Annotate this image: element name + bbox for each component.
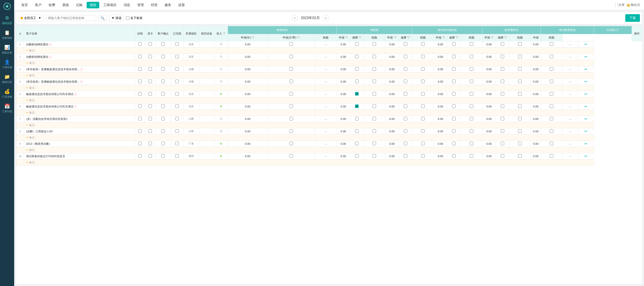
annual-report-cell[interactable] <box>267 103 315 110</box>
clear-card-checkbox[interactable] <box>148 129 152 133</box>
vat-pay-checkbox[interactable] <box>373 142 376 145</box>
annual-report-checkbox[interactable] <box>289 92 293 96</box>
confirm-checkbox[interactable] <box>161 154 165 158</box>
edu-pay-cell[interactable] <box>461 79 482 85</box>
stamp-declare-cell[interactable] <box>541 103 562 110</box>
copy-tax-checkbox[interactable] <box>138 42 142 46</box>
nav-billing[interactable]: 收费 <box>46 2 58 8</box>
vat-pay-checkbox[interactable] <box>373 129 376 133</box>
edu-declare-checkbox[interactable] <box>452 117 456 120</box>
copy-tax-cell[interactable] <box>135 116 145 122</box>
local-declare-cell[interactable] <box>496 103 509 110</box>
paid-tax-cell[interactable] <box>171 91 183 97</box>
edu-declare-cell[interactable] <box>447 128 461 135</box>
vat-declare-checkbox[interactable] <box>355 42 359 46</box>
edit-cell[interactable]: ✏ <box>578 91 594 97</box>
local-pay-cell[interactable] <box>509 153 531 159</box>
clear-card-cell[interactable] <box>145 141 155 147</box>
vat-pay-checkbox[interactable] <box>373 55 376 58</box>
city-pay-checkbox[interactable] <box>421 92 425 96</box>
stamp-declare-cell[interactable] <box>541 54 562 60</box>
edu-declare-cell[interactable] <box>447 66 461 73</box>
local-declare-checkbox[interactable] <box>501 80 504 83</box>
stamp-declare-cell[interactable] <box>541 41 562 48</box>
edit-icon[interactable]: ✏ <box>584 80 588 84</box>
stamp-declare-checkbox[interactable] <box>550 117 553 120</box>
copy-tax-cell[interactable] <box>135 41 145 48</box>
city-declare-checkbox[interactable] <box>404 142 407 145</box>
confirm-cell[interactable] <box>155 128 171 135</box>
paid-tax-checkbox[interactable] <box>175 129 179 133</box>
copy-tax-checkbox[interactable] <box>138 154 142 158</box>
city-declare-checkbox[interactable] <box>404 67 407 71</box>
confirm-checkbox[interactable] <box>161 80 165 83</box>
paid-tax-checkbox[interactable] <box>175 55 179 58</box>
clear-card-checkbox[interactable] <box>148 80 152 83</box>
confirm-checkbox[interactable] <box>161 55 165 58</box>
stamp-declare-cell[interactable] <box>541 91 562 97</box>
stamp-declare-checkbox[interactable] <box>550 104 553 108</box>
city-pay-cell[interactable] <box>412 141 434 147</box>
annual-report-cell[interactable] <box>267 116 315 122</box>
edit-icon[interactable]: ✏ <box>584 67 588 71</box>
edu-pay-cell[interactable] <box>461 66 482 73</box>
edu-declare-checkbox[interactable] <box>452 80 456 83</box>
city-declare-cell[interactable] <box>399 103 412 110</box>
paid-tax-cell[interactable] <box>171 103 183 110</box>
local-pay-checkbox[interactable] <box>518 67 522 71</box>
annual-report-cell[interactable] <box>267 79 315 85</box>
confirm-checkbox[interactable] <box>161 104 165 108</box>
edu-pay-checkbox[interactable] <box>470 104 473 108</box>
clear-card-cell[interactable] <box>145 116 155 122</box>
paid-tax-cell[interactable] <box>171 54 183 60</box>
local-pay-checkbox[interactable] <box>518 42 522 46</box>
paid-tax-checkbox[interactable] <box>175 142 179 145</box>
confirm-cell[interactable] <box>155 79 171 85</box>
annual-report-cell[interactable] <box>267 153 315 159</box>
local-pay-checkbox[interactable] <box>518 129 522 133</box>
edit-icon[interactable]: ✏ <box>584 117 588 121</box>
paid-tax-cell[interactable] <box>171 41 183 48</box>
copy-tax-checkbox[interactable] <box>138 55 142 58</box>
edu-pay-cell[interactable] <box>461 153 482 159</box>
paid-tax-checkbox[interactable] <box>175 42 179 46</box>
paid-tax-cell[interactable] <box>171 153 183 159</box>
named-list-checkbox-label[interactable]: 名下标表 <box>126 16 143 20</box>
confirm-checkbox[interactable] <box>161 92 165 96</box>
annual-report-cell[interactable] <box>267 91 315 97</box>
annual-report-checkbox[interactable] <box>289 104 293 108</box>
paid-tax-checkbox[interactable] <box>175 117 179 120</box>
vat-declare-cell[interactable] <box>350 141 363 147</box>
clear-card-cell[interactable] <box>145 91 155 97</box>
edu-pay-cell[interactable] <box>461 91 482 97</box>
paid-tax-checkbox[interactable] <box>175 67 179 71</box>
local-pay-checkbox[interactable] <box>518 117 522 120</box>
copy-tax-cell[interactable] <box>135 54 145 60</box>
download-button[interactable]: 下载 <box>625 14 640 22</box>
nav-manage[interactable]: 管理 <box>134 2 147 8</box>
edit-cell[interactable]: ✏ <box>578 153 594 159</box>
vat-pay-checkbox[interactable] <box>373 42 376 46</box>
clear-card-cell[interactable] <box>145 153 155 159</box>
local-declare-checkbox[interactable] <box>501 117 504 120</box>
city-declare-checkbox[interactable] <box>404 154 407 158</box>
sidebar-item-personal-tax[interactable]: 👤 个税申报 <box>0 57 14 72</box>
city-pay-cell[interactable] <box>412 54 434 60</box>
city-pay-cell[interactable] <box>412 153 434 159</box>
local-declare-checkbox[interactable] <box>501 104 504 108</box>
vat-pay-cell[interactable] <box>363 66 385 73</box>
edit-cell[interactable]: ✏ <box>578 66 594 73</box>
copy-tax-cell[interactable] <box>135 79 145 85</box>
edu-pay-checkbox[interactable] <box>470 80 473 83</box>
stamp-declare-cell[interactable] <box>541 66 562 73</box>
city-pay-cell[interactable] <box>412 91 434 97</box>
local-pay-cell[interactable] <box>509 141 531 147</box>
city-declare-checkbox[interactable] <box>404 55 407 58</box>
named-list-checkbox[interactable] <box>126 16 129 20</box>
paid-tax-checkbox[interactable] <box>175 80 179 83</box>
edit-icon[interactable]: ✏ <box>584 42 588 46</box>
edit-icon[interactable]: ✏ <box>584 104 588 109</box>
local-declare-cell[interactable] <box>496 116 509 122</box>
local-pay-cell[interactable] <box>509 116 531 122</box>
paid-tax-cell[interactable] <box>171 66 183 73</box>
